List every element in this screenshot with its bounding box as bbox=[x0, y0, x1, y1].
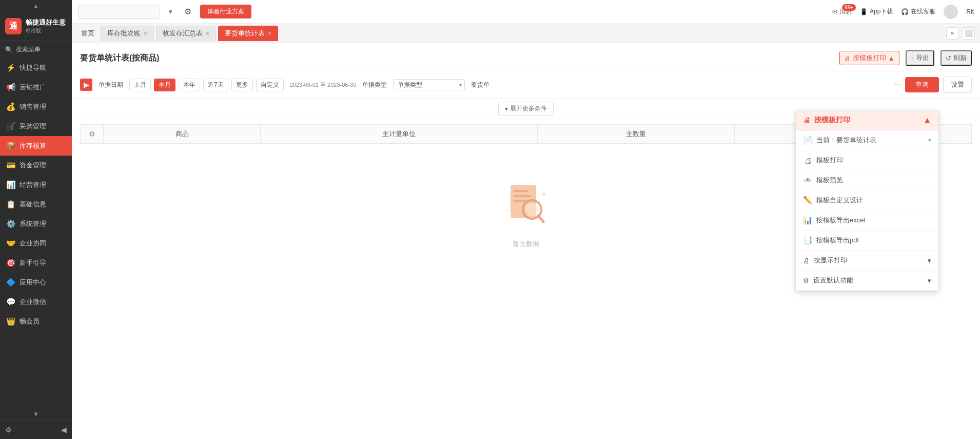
svg-rect-3 bbox=[513, 200, 526, 202]
wechat-icon: 💬 bbox=[6, 297, 15, 307]
template-custom-label: 模板自定义设计 bbox=[816, 196, 863, 205]
sidebar-item-enterprise[interactable]: 🤝 企业协同 bbox=[0, 234, 72, 253]
tab-collection-summary-close[interactable]: × bbox=[206, 30, 209, 37]
topbar-dropdown-btn[interactable]: ▾ bbox=[165, 7, 175, 17]
page-actions: 🖨 按模板打印 ▲ ↑ 导出 ↺ 刷新 bbox=[839, 50, 972, 66]
sidebar-item-quick-nav[interactable]: ⚡ 快捷导航 bbox=[0, 58, 72, 78]
tab-collection-summary[interactable]: 收发存汇总表 × bbox=[156, 26, 216, 41]
page-title: 要货单统计表(按商品) bbox=[80, 53, 160, 64]
tab-batch-account[interactable]: 库存批次账 × bbox=[101, 26, 154, 41]
print-dropdown-export-pdf-item[interactable]: 📑 按模板导出pdf bbox=[796, 231, 938, 251]
topbar-settings-btn[interactable]: ⚙ bbox=[181, 5, 195, 19]
print-dropdown-arrow[interactable]: ▲ bbox=[888, 54, 895, 62]
sidebar-item-basic-info[interactable]: 📋 基础信息 bbox=[0, 195, 72, 214]
query-btn[interactable]: 查询 bbox=[905, 77, 939, 92]
print-dropdown-template-print-item[interactable]: 🖨 模板打印 bbox=[796, 150, 938, 170]
template-custom-icon: ✏️ bbox=[803, 196, 812, 205]
sidebar-item-operations[interactable]: 📊 经营管理 bbox=[0, 175, 72, 195]
tabs-expand-btn[interactable]: ⬜ bbox=[963, 27, 975, 40]
filter-more-icon[interactable]: ··· bbox=[894, 80, 901, 89]
date-btn-current-year[interactable]: 本年 bbox=[179, 79, 200, 91]
user-avatar[interactable] bbox=[944, 5, 958, 19]
sidebar-item-label: 基础信息 bbox=[19, 200, 46, 209]
sidebar-item-label: 企业微信 bbox=[19, 297, 46, 307]
tab-home[interactable]: 首页 bbox=[77, 26, 99, 41]
date-btn-custom[interactable]: 自定义 bbox=[256, 79, 284, 91]
topbar-online-service-btn[interactable]: 🎧 在线客服 bbox=[901, 7, 935, 16]
app-edition: 标准版 bbox=[26, 27, 66, 34]
sidebar-item-finance[interactable]: 💳 资金管理 bbox=[0, 156, 72, 175]
template-print-item-left: 🖨 模板打印 bbox=[803, 156, 843, 165]
expand-more-btn[interactable]: ▾ 展开更多条件 bbox=[498, 102, 554, 116]
export-excel-icon: 📊 bbox=[803, 216, 812, 225]
default-func-arrow: ▾ bbox=[928, 277, 931, 284]
sidebar-item-app-center[interactable]: 🔷 应用中心 bbox=[0, 273, 72, 292]
type-filter-label: 单据类型 bbox=[362, 81, 387, 89]
sidebar-item-guide[interactable]: 🎯 新手引导 bbox=[0, 253, 72, 273]
tab-order-summary[interactable]: 要货单统计表 × bbox=[218, 26, 278, 41]
date-btn-current-month[interactable]: 本月 bbox=[154, 79, 175, 91]
marketing-icon: 📢 bbox=[6, 83, 15, 92]
print-dropdown-title: 按模板打印 bbox=[814, 116, 850, 125]
sidebar-item-member[interactable]: 👑 畅会员 bbox=[0, 312, 72, 331]
date-btn-last-month[interactable]: 上月 bbox=[129, 79, 151, 91]
table-th-settings: ⚙ bbox=[81, 125, 104, 144]
print-dropdown-display-print[interactable]: 🖨 按显示打印 ▾ bbox=[796, 251, 938, 271]
sidebar-search[interactable]: 🔍 搜索菜单 bbox=[0, 41, 72, 58]
filter-bar: ▶ 单据日期 上月 本月 本年 近7天 更多 自定义 2023-06-01 至 … bbox=[72, 71, 980, 99]
topbar-message-btn[interactable]: ✉ 消息 99+ bbox=[832, 7, 852, 16]
sidebar-scroll-down[interactable]: ▼ bbox=[0, 408, 72, 420]
sidebar-item-wechat[interactable]: 💬 企业微信 bbox=[0, 292, 72, 312]
print-dropdown-close-btn[interactable]: ▲ bbox=[923, 116, 931, 125]
sidebar-item-system[interactable]: ⚙️ 系统管理 bbox=[0, 214, 72, 234]
filter-toggle-btn[interactable]: ▶ bbox=[80, 79, 92, 91]
type-select-wrapper: 单据类型 要货单 bbox=[393, 79, 465, 90]
tab-collection-summary-label: 收发存汇总表 bbox=[163, 29, 203, 38]
type-select[interactable]: 单据类型 要货单 bbox=[393, 79, 465, 90]
template-custom-item-left: ✏️ 模板自定义设计 bbox=[803, 196, 863, 205]
export-pdf-label: 按模板导出pdf bbox=[816, 236, 859, 245]
print-dropdown-printer-icon: 🖨 bbox=[803, 116, 810, 124]
print-dropdown-template-custom-item[interactable]: ✏️ 模板自定义设计 bbox=[796, 190, 938, 211]
display-print-label: 按显示打印 bbox=[814, 256, 847, 265]
topbar-app-download-btn[interactable]: 📱 App下载 bbox=[860, 7, 893, 16]
sidebar-item-purchase[interactable]: 🛒 采购管理 bbox=[0, 117, 72, 136]
enterprise-icon: 🤝 bbox=[6, 239, 15, 248]
svg-point-7 bbox=[542, 193, 545, 196]
refresh-btn[interactable]: ↺ 刷新 bbox=[940, 50, 972, 66]
print-dropdown-default-func[interactable]: ⚙ 设置默认功能 ▾ bbox=[796, 271, 938, 291]
sidebar-collapse-btn[interactable]: ◀ bbox=[61, 426, 67, 434]
tab-order-summary-close[interactable]: × bbox=[268, 30, 271, 37]
filter-settings-btn[interactable]: 设置 bbox=[943, 77, 972, 93]
tabs-close-btn[interactable]: × bbox=[946, 27, 958, 40]
sidebar-settings-btn[interactable]: ⚙ bbox=[5, 426, 12, 434]
print-dropdown-current-item[interactable]: 📄 当前：要货单统计表 ▾ bbox=[796, 130, 938, 150]
template-preview-label: 模板预览 bbox=[816, 176, 843, 185]
sidebar-logo: 通 畅捷通好生意 标准版 bbox=[0, 12, 72, 41]
page-header: 要货单统计表(按商品) 🖨 按模板打印 ▲ ↑ 导出 ↺ 刷新 bbox=[72, 43, 980, 71]
username-label: Rit bbox=[966, 8, 974, 15]
app-logo-icon: 通 bbox=[5, 18, 22, 34]
date-range-display: 2023-06-01 至 2023-06-30 bbox=[290, 81, 357, 89]
date-btn-7days[interactable]: 近7天 bbox=[203, 79, 228, 91]
export-btn[interactable]: ↑ 导出 bbox=[906, 50, 935, 66]
sidebar-search-label: 搜索菜单 bbox=[16, 45, 41, 54]
print-template-btn[interactable]: 🖨 按模板打印 ▲ bbox=[839, 51, 899, 65]
svg-line-6 bbox=[538, 216, 543, 222]
main-content: ▾ ⚙ 体验行业方案 ✉ 消息 99+ 📱 App下载 🎧 在线客服 Rit 首… bbox=[72, 0, 980, 439]
sidebar-item-marketing[interactable]: 📢 营销推广 bbox=[0, 78, 72, 97]
sidebar-scroll-up[interactable]: ▲ bbox=[0, 0, 72, 12]
sidebar-item-sales[interactable]: 💰 销售管理 bbox=[0, 97, 72, 117]
date-btn-more[interactable]: 更多 bbox=[231, 79, 253, 91]
tab-batch-account-close[interactable]: × bbox=[144, 30, 147, 37]
print-dropdown-template-preview-item[interactable]: 👁 模板预览 bbox=[796, 170, 938, 190]
trial-industry-btn[interactable]: 体验行业方案 bbox=[200, 5, 251, 18]
sidebar-item-inventory[interactable]: 📦 库存核算 bbox=[0, 136, 72, 156]
print-dropdown-export-excel-item[interactable]: 📊 按模板导出excel bbox=[796, 211, 938, 231]
topbar-search-input[interactable] bbox=[78, 5, 160, 19]
table-col-quantity-label: 主数量 bbox=[626, 130, 646, 138]
tab-batch-account-label: 库存批次账 bbox=[107, 29, 141, 38]
sidebar-item-label: 应用中心 bbox=[19, 278, 46, 287]
sidebar-item-label: 营销推广 bbox=[19, 83, 46, 92]
table-column-settings-btn[interactable]: ⚙ bbox=[87, 129, 97, 139]
